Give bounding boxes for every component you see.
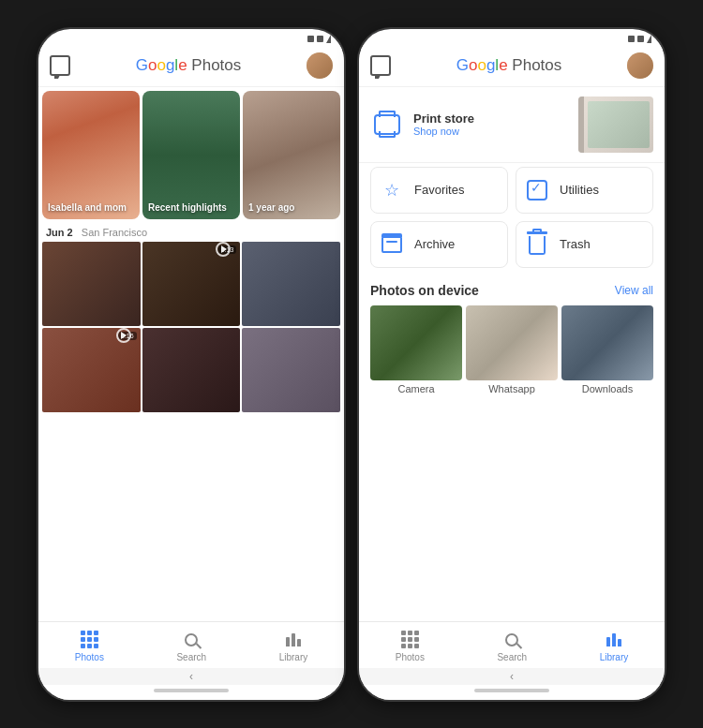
- device-photo-whatsapp[interactable]: Whatsapp: [466, 305, 558, 394]
- play-icon-2: [216, 242, 231, 257]
- star-icon: ☆: [384, 180, 399, 201]
- status-bar-left: [38, 29, 344, 45]
- chat-icon[interactable]: [50, 55, 70, 76]
- memory-card-2[interactable]: Recent highlights: [142, 91, 240, 219]
- bottom-nav-left: Photos Search Library: [38, 621, 344, 668]
- avatar[interactable]: [307, 52, 333, 79]
- utility-grid: ☆ Favorites Utilities Archive: [359, 163, 665, 275]
- archive-icon: [379, 231, 405, 258]
- camera-photo: [370, 305, 462, 380]
- signal-icon: [307, 36, 314, 42]
- date-text: Jun 2: [46, 227, 73, 238]
- logo-photos-text-right: Photos: [512, 56, 561, 74]
- view-all-button[interactable]: View all: [615, 284, 653, 297]
- utility-item-favorites[interactable]: ☆ Favorites: [370, 167, 508, 214]
- date-location-label: Jun 2 San Francisco: [38, 223, 344, 242]
- utilities-label: Utilities: [560, 183, 599, 197]
- memory-bg-1: [42, 91, 140, 219]
- nav-label-search-right: Search: [497, 652, 527, 662]
- print-store-icon: [370, 108, 404, 141]
- photo-cell-4[interactable]: 0:16: [42, 328, 141, 412]
- nav-label-photos-left: Photos: [75, 652, 104, 662]
- trash-bin-icon: [529, 236, 546, 255]
- photos-grid-icon-right: [401, 631, 419, 648]
- memory-label-3: 1 year ago: [248, 202, 294, 214]
- library-bars-left: [286, 633, 301, 646]
- right-header: Google Photos: [359, 45, 665, 87]
- print-store-banner[interactable]: Print store Shop now: [359, 87, 665, 163]
- archive-box-icon: [381, 236, 402, 253]
- home-indicator-left: [38, 685, 344, 700]
- battery-icon-right: [647, 35, 651, 43]
- logo-photos-text: Photos: [191, 56, 241, 74]
- memory-card-3[interactable]: 1 year ago: [243, 91, 340, 219]
- signal-icon-right: [628, 36, 635, 42]
- memories-row: Isabella and mom Recent highlights 1 yea…: [38, 87, 344, 223]
- back-chevron-left: ‹: [189, 670, 193, 683]
- nav-item-library-left[interactable]: Library: [279, 630, 308, 662]
- memory-card-1[interactable]: Isabella and mom: [42, 91, 140, 219]
- left-content: Isabella and mom Recent highlights 1 yea…: [38, 87, 344, 621]
- left-header: Google Photos: [38, 45, 344, 87]
- avatar-right[interactable]: [627, 52, 653, 79]
- print-store-title: Print store: [413, 111, 569, 126]
- nav-item-photos-right[interactable]: Photos: [396, 630, 425, 662]
- nav-label-search-left: Search: [176, 652, 206, 662]
- photo-cell-1[interactable]: [42, 242, 141, 326]
- photo-cell-3[interactable]: [242, 242, 340, 326]
- utility-item-archive[interactable]: Archive: [370, 221, 508, 268]
- device-photo-downloads[interactable]: Downloads: [561, 305, 653, 394]
- photos-grid-icon: [81, 631, 98, 648]
- utility-item-utilities[interactable]: Utilities: [516, 167, 653, 214]
- photo-grid: 0:13 0:16: [38, 242, 344, 412]
- utility-item-trash[interactable]: Trash: [516, 221, 653, 268]
- favorites-label: Favorites: [414, 183, 464, 197]
- nav-item-photos-left[interactable]: Photos: [75, 630, 104, 662]
- downloads-photo-bg: [561, 305, 653, 380]
- status-icons: [307, 35, 331, 43]
- search-magnifier-left: [185, 633, 198, 646]
- device-photo-camera[interactable]: Camera: [370, 305, 462, 394]
- photo-cell-2[interactable]: 0:13: [142, 242, 241, 326]
- library-icon-left: [283, 630, 304, 650]
- app-logo-right: Google Photos: [391, 56, 627, 75]
- back-area-left: ‹: [38, 668, 344, 685]
- location-text: San Francisco: [82, 227, 147, 238]
- photos-icon-right: [399, 630, 420, 650]
- downloads-label: Downloads: [561, 383, 653, 394]
- photo-cell-6[interactable]: [242, 328, 340, 412]
- nav-label-photos-right: Photos: [396, 652, 425, 662]
- downloads-photo: [561, 305, 653, 380]
- nav-item-library-right[interactable]: Library: [600, 630, 629, 662]
- chat-icon-right[interactable]: [370, 55, 391, 76]
- photos-icon-left: [79, 630, 99, 650]
- battery-icon: [326, 35, 331, 43]
- status-bar-right: [359, 29, 665, 45]
- trash-label: Trash: [560, 237, 591, 251]
- wifi-icon: [317, 36, 323, 42]
- home-bar-right: [474, 689, 549, 692]
- bottom-nav-right: Photos Search Library: [359, 621, 665, 668]
- back-area-right: ‹: [359, 668, 665, 685]
- camera-photo-bg: [370, 305, 462, 380]
- memory-label-2: Recent highlights: [148, 202, 227, 214]
- device-section-title: Photos on device: [370, 283, 479, 298]
- search-icon-right: [501, 630, 522, 650]
- printer-shape: [374, 114, 400, 135]
- nav-item-search-left[interactable]: Search: [176, 630, 206, 662]
- search-magnifier-right: [505, 633, 518, 646]
- photo-cell-5[interactable]: [142, 328, 241, 412]
- whatsapp-label: Whatsapp: [466, 383, 558, 394]
- nav-item-search-right[interactable]: Search: [497, 630, 527, 662]
- right-screen: Google Photos Print store Shop now: [359, 45, 665, 700]
- memory-bg-2: [142, 91, 240, 219]
- whatsapp-photo-bg: [466, 305, 558, 380]
- right-content: Print store Shop now ☆ Favorites: [359, 87, 665, 621]
- home-bar-left: [154, 689, 229, 692]
- print-store-link[interactable]: Shop now: [413, 126, 569, 137]
- print-book-image: [578, 97, 653, 153]
- device-section: Photos on device View all Camera: [359, 275, 665, 398]
- memory-label-1: Isabella and mom: [48, 202, 127, 214]
- avatar-image-right: [627, 52, 653, 79]
- library-bars-right: [606, 633, 621, 646]
